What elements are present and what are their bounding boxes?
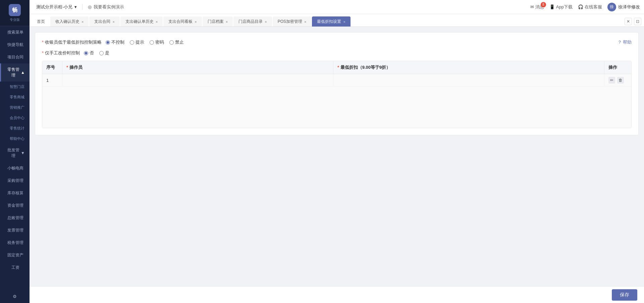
demo-text: 我要看实例演示 [94, 4, 124, 10]
tabs-bar: 首页 收入确认历史 × 支出合同 × 支出确认单历史 × 支出合同看板 × 门店… [30, 14, 644, 27]
edit-icon[interactable]: ✏ [608, 77, 615, 84]
sidebar-item-ecommerce[interactable]: 小畅电商 [0, 162, 30, 174]
radio-prompt-label: 提示 [136, 39, 144, 45]
sidebar-item-invoice[interactable]: 发票管理 [0, 224, 30, 237]
sidebar-item-tax[interactable]: 税务管理 [0, 237, 30, 249]
notification-badge: 8 [541, 2, 546, 7]
discount-table: 序号 操作员 最低折扣（9.00等于9折） 操作 1 ✏ 🗑 [42, 61, 632, 128]
project-dropdown-icon: ▾ [74, 4, 77, 9]
table-body: 1 ✏ 🗑 [42, 74, 631, 128]
tab-home[interactable]: 首页 [32, 17, 50, 27]
tab-min-discount[interactable]: 最低折扣设置 × [312, 16, 350, 27]
sidebar-item-retail[interactable]: 零售管理 ▲ [0, 63, 30, 82]
table-row: 1 ✏ 🗑 [42, 74, 631, 87]
app-download-button[interactable]: 📱 App下载 [549, 4, 573, 10]
retail-arrow-icon: ▲ [21, 70, 25, 75]
radio-no-control-label: 不控制 [111, 39, 124, 45]
notification-button[interactable]: ✉ 消息 8 [530, 4, 544, 10]
cell-discount-1 [333, 74, 604, 86]
sidebar-item-contract[interactable]: 项目合同 [0, 51, 30, 63]
user-name: 徐泽华修改 [618, 4, 640, 10]
close-icon[interactable]: × [112, 20, 114, 24]
sidebar-item-ledger[interactable]: 总账管理 [0, 212, 30, 224]
project-name: 测试分开示程-小兄 [36, 4, 72, 10]
close-icon[interactable]: × [156, 20, 158, 24]
delete-icon[interactable]: 🗑 [617, 77, 624, 84]
tabs-right: ✕ ⊡ [625, 18, 641, 27]
logo-icon: 畅 [9, 4, 21, 16]
radio-prompt[interactable]: 提示 [130, 39, 144, 45]
radio-no[interactable]: 否 [84, 50, 94, 56]
radio-password[interactable]: 密码 [150, 39, 164, 45]
sidebar: 畅 专业版 搜索菜单 快捷导航 项目合同 零售管理 ▲ 智慧门店 零售商城 营销… [0, 0, 30, 303]
table-header: 序号 操作员 最低折扣（9.00等于9折） 操作 [42, 61, 631, 74]
tab-expense-confirm[interactable]: 支出确认单历史 × [120, 16, 163, 27]
close-icon[interactable]: × [304, 20, 306, 24]
radio-no-control[interactable]: 不控制 [106, 39, 124, 45]
sidebar-item-shortcut[interactable]: 快捷导航 [0, 39, 30, 51]
sidebar-item-retail-stats[interactable]: 零售统计 [0, 123, 30, 134]
sidebar-item-salary[interactable]: 工资 [0, 261, 30, 274]
expand-tabs-button[interactable]: ⊡ [634, 18, 641, 25]
sidebar-item-member[interactable]: 会员中心 [0, 113, 30, 123]
tab-expense-contract[interactable]: 支出合同 × [89, 16, 119, 27]
help-icon: ？ [618, 39, 622, 45]
demo-button[interactable]: ◎ 我要看实例演示 [85, 3, 127, 11]
sidebar-item-help[interactable]: 帮助中心 [0, 134, 30, 144]
sidebar-item-finance[interactable]: 资金管理 [0, 199, 30, 212]
radio-yes[interactable]: 是 [99, 50, 109, 56]
gear-button[interactable]: ⚙ [9, 290, 21, 303]
tab-income-history[interactable]: 收入确认历史 × [50, 16, 89, 27]
sidebar-item-search[interactable]: 搜索菜单 [0, 26, 30, 39]
radio-forbidden[interactable]: 禁止 [169, 39, 184, 45]
shortcut-nav-label: 快捷导航 [7, 42, 23, 48]
close-icon[interactable]: × [265, 20, 267, 24]
col-actions: 操作 [604, 61, 631, 74]
app-download-label: App下载 [556, 4, 573, 10]
sidebar-item-purchase[interactable]: 采购管理 [0, 174, 30, 187]
tab-store-catalog[interactable]: 门店商品目录 × [233, 16, 272, 27]
online-service-icon: 🎧 [578, 4, 583, 9]
topbar-left: 测试分开示程-小兄 ▾ ◎ 我要看实例演示 [34, 3, 127, 11]
cell-seq-1: 1 [42, 74, 62, 86]
tab-pos-encryption[interactable]: POS加密管理 × [273, 16, 312, 27]
cell-operator-1 [62, 74, 333, 86]
close-icon[interactable]: × [195, 20, 197, 24]
sidebar-item-inventory[interactable]: 库存核算 [0, 187, 30, 199]
radio-password-label: 密码 [155, 39, 164, 45]
close-icon[interactable]: × [82, 20, 84, 24]
close-icon[interactable]: × [343, 20, 345, 24]
user-info[interactable]: 徐 徐泽华修改 [607, 3, 640, 11]
sidebar-item-smart-store[interactable]: 智慧门店 [0, 82, 30, 92]
sidebar-item-wholesale[interactable]: 批发管理 ▼ [0, 144, 30, 162]
close-all-tabs-button[interactable]: ✕ [625, 18, 632, 25]
col-discount: 最低折扣（9.00等于9折） [333, 61, 604, 74]
user-avatar: 徐 [607, 3, 616, 11]
wholesale-arrow-icon: ▼ [21, 151, 25, 155]
project-contract-label: 项目合同 [7, 54, 23, 60]
settings-card: 收银员低于最低折扣控制策略 不控制 提示 密码 [35, 32, 639, 135]
field1-label: 收银员低于最低折扣控制策略 [42, 39, 102, 45]
notification-icon: ✉ [530, 4, 534, 9]
sidebar-item-retail-mall[interactable]: 零售商城 [0, 92, 30, 102]
field2-radio-group: 否 是 [84, 50, 109, 56]
help-link[interactable]: ？ 帮助 [618, 39, 632, 45]
main-area: 测试分开示程-小兄 ▾ ◎ 我要看实例演示 ✉ 消息 8 📱 App下载 🎧 在… [30, 0, 644, 303]
search-menu-label: 搜索菜单 [7, 30, 23, 35]
project-selector[interactable]: 测试分开示程-小兄 ▾ [34, 3, 79, 11]
tabs-left: 首页 收入确认历史 × 支出合同 × 支出确认单历史 × 支出合同看板 × 门店… [32, 16, 351, 27]
cell-actions-1: ✏ 🗑 [604, 74, 631, 86]
app-download-icon: 📱 [549, 4, 555, 9]
topbar-right: ✉ 消息 8 📱 App下载 🎧 在线客服 徐 徐泽华修改 [530, 3, 640, 11]
sidebar-item-marketing[interactable]: 营销推广 [0, 102, 30, 113]
demo-circle-icon: ◎ [88, 4, 92, 9]
online-service-button[interactable]: 🎧 在线客服 [578, 4, 602, 10]
topbar: 测试分开示程-小兄 ▾ ◎ 我要看实例演示 ✉ 消息 8 📱 App下载 🎧 在… [30, 0, 644, 14]
tab-store-archive[interactable]: 门店档案 × [203, 16, 233, 27]
field1-radio-group: 不控制 提示 密码 禁止 [106, 39, 184, 45]
close-icon[interactable]: × [226, 20, 228, 24]
save-button[interactable]: 保存 [612, 289, 637, 301]
form-row-2: 仅手工改价时控制 否 是 [42, 50, 632, 56]
sidebar-item-fixed-assets[interactable]: 固定资产 [0, 249, 30, 261]
tab-contract-board[interactable]: 支出合同看板 × [163, 16, 202, 27]
